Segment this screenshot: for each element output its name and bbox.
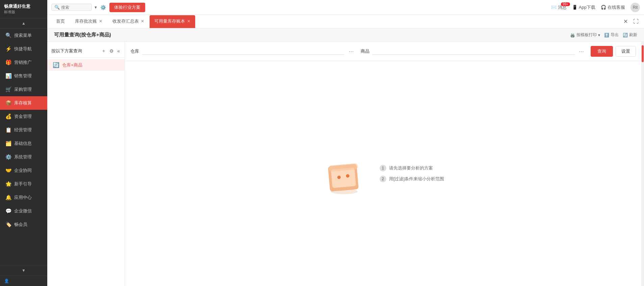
tab-available-ledger[interactable]: 可用量库存账本 ✕	[150, 15, 195, 28]
scheme-item-warehouse-product[interactable]: 🔄 仓库+商品	[47, 59, 125, 71]
operation-icon: 📋	[5, 127, 11, 133]
enterprise-icon: 🤝	[5, 167, 11, 174]
sidebar-scroll-down[interactable]: ▼	[20, 267, 27, 274]
tab-close-button[interactable]: ✕	[622, 17, 629, 26]
sidebar-item-basic[interactable]: 🗂️ 基础信息	[0, 137, 47, 150]
sidebar-item-sales[interactable]: 📊 销售管理	[0, 69, 47, 83]
system-icon: ⚙️	[5, 154, 11, 160]
dropdown-chevron-icon[interactable]: ▾	[95, 5, 97, 10]
user-avatar[interactable]: Rit	[630, 3, 640, 12]
page-header-actions: 🖨️ 按模板打印 ▾ ⬆️ 导出 🔄 刷新	[570, 32, 637, 38]
warehouse-filter-input[interactable]	[142, 48, 344, 55]
messages-badge: 99+	[561, 2, 570, 6]
sidebar-item-label: 搜索菜单	[14, 32, 32, 38]
purchase-icon: 🛒	[5, 86, 11, 93]
warehouse-more-icon[interactable]: ···	[347, 48, 355, 55]
tab-available-label: 可用量库存账本	[154, 18, 185, 24]
print-template-button[interactable]: 🖨️ 按模板打印 ▾	[570, 32, 600, 38]
gift-icon: 🎁	[5, 59, 11, 66]
sidebar-item-appcenter[interactable]: 🔔 应用中心	[0, 191, 47, 204]
logo-title: 畅康通好生意	[4, 3, 43, 9]
inventory-icon: 📦	[5, 100, 11, 106]
basic-icon: 🗂️	[5, 140, 11, 147]
tab-batch-close[interactable]: ✕	[99, 19, 102, 24]
right-scrollbar[interactable]	[641, 42, 644, 286]
empty-illustration	[322, 152, 366, 196]
tab-expand-button[interactable]: ⛶	[632, 17, 640, 26]
query-button[interactable]: 查询	[591, 46, 613, 57]
online-service-label: 在线客服	[608, 4, 625, 10]
page-content: 按以下方案查询 ＋ ⚙ « 🔄 仓库+商品 仓库	[47, 42, 644, 286]
industry-solution-button[interactable]: 体验行业方案	[109, 3, 145, 12]
sidebar-item-marketing[interactable]: 🎁 营销推广	[0, 56, 47, 69]
sidebar-item-search[interactable]: 🔍 搜索菜单	[0, 29, 47, 42]
print-label: 按模板打印	[576, 32, 597, 38]
sidebar-item-label: 资金管理	[14, 113, 32, 120]
tab-receipt-summary[interactable]: 收发存汇总表 ✕	[108, 15, 149, 28]
left-panel-actions: ＋ ⚙ «	[101, 47, 121, 55]
online-service-button[interactable]: 🎧 在线客服	[601, 4, 625, 10]
sidebar-scroll-up[interactable]: ▲	[20, 20, 27, 27]
warehouse-filter-field: 仓库 ···	[130, 48, 355, 55]
page-title: 可用量查询(按仓库+商品)	[54, 32, 111, 38]
app-download-label: App下载	[579, 4, 595, 10]
sidebar-item-label: 快捷导航	[14, 46, 32, 52]
sidebar-item-newbie[interactable]: 🌟 新手引导	[0, 177, 47, 191]
filter-actions: 查询 设置	[591, 46, 636, 57]
messages-button[interactable]: ✉️ 消息 99+	[551, 4, 567, 10]
sidebar-item-label: 畅会员	[14, 222, 27, 228]
tab-receipt-close[interactable]: ✕	[141, 19, 144, 24]
sidebar-item-inventory[interactable]: 📦 库存核算	[0, 96, 47, 110]
finance-icon: 💰	[5, 113, 11, 120]
print-icon: 🖨️	[570, 33, 575, 37]
sidebar-item-wechat[interactable]: 💬 企业微信	[0, 204, 47, 218]
tab-available-close[interactable]: ✕	[187, 19, 190, 24]
tab-batch-label: 库存批次账	[75, 18, 97, 24]
collapse-panel-button[interactable]: «	[117, 48, 121, 54]
sidebar-item-shortcut[interactable]: ⚡ 快捷导航	[0, 42, 47, 56]
sidebar-item-purchase[interactable]: 🛒 采购管理	[0, 83, 47, 96]
sidebar-scroll: 🔍 搜索菜单 ⚡ 快捷导航 🎁 营销推广 📊 销售管理 🛒 采购管理 📦	[0, 29, 47, 265]
export-icon: ⬆️	[604, 33, 609, 37]
page-header: 可用量查询(按仓库+商品) 🖨️ 按模板打印 ▾ ⬆️ 导出 🔄 刷新	[47, 28, 644, 42]
tab-home[interactable]: 首页	[51, 15, 70, 28]
tip-item-1: 1 请先选择要分析的方案	[380, 165, 444, 172]
refresh-button[interactable]: 🔄 刷新	[623, 32, 637, 38]
sidebar: 畅康通好生意 标准版 ▲ 🔍 搜索菜单 ⚡ 快捷导航 🎁 营销推广 📊 销售管理	[0, 0, 47, 286]
tab-home-label: 首页	[56, 18, 65, 24]
left-panel-header: 按以下方案查询 ＋ ⚙ «	[47, 46, 125, 58]
empty-tips: 1 请先选择要分析的方案 2 用[过滤]条件来缩小分析范围	[380, 165, 444, 182]
sidebar-item-system[interactable]: ⚙️ 系统管理	[0, 150, 47, 164]
product-filter-input[interactable]	[372, 48, 575, 55]
settings-button[interactable]: 设置	[616, 46, 636, 57]
sidebar-item-label: 企业协同	[14, 167, 32, 174]
warehouse-product-icon: 🔄	[53, 62, 59, 68]
sidebar-item-member[interactable]: 🏷️ 畅会员	[0, 218, 47, 231]
app-download-button[interactable]: 📱 App下载	[572, 4, 595, 10]
sidebar-item-label: 采购管理	[14, 86, 32, 93]
sidebar-item-label: 企业微信	[14, 208, 32, 214]
sidebar-item-label: 营销推广	[14, 59, 32, 66]
tip-text-2: 用[过滤]条件来缩小分析范围	[389, 176, 444, 182]
refresh-icon: 🔄	[623, 33, 628, 37]
sidebar-item-enterprise[interactable]: 🤝 企业协同	[0, 164, 47, 177]
tab-receipt-label: 收发存汇总表	[112, 18, 139, 24]
product-more-icon[interactable]: ···	[577, 48, 585, 55]
topbar-search-box[interactable]: 🔍	[51, 4, 92, 11]
sidebar-item-operation[interactable]: 📋 经营管理	[0, 123, 47, 137]
edit-scheme-button[interactable]: ⚙	[109, 48, 114, 54]
sidebar-item-finance[interactable]: 💰 资金管理	[0, 110, 47, 123]
add-scheme-button[interactable]: ＋	[101, 47, 107, 55]
search-input[interactable]	[61, 5, 88, 10]
user-avatar-small: 👤	[4, 279, 9, 283]
export-button[interactable]: ⬆️ 导出	[604, 32, 619, 38]
sidebar-item-label: 销售管理	[14, 73, 32, 79]
right-area: 仓库 ··· 商品 ··· 查询 设置	[125, 42, 641, 286]
product-filter-label: 商品	[361, 48, 369, 54]
tab-batch[interactable]: 库存批次账 ✕	[70, 15, 107, 28]
newbie-icon: 🌟	[5, 181, 11, 187]
settings-gear-button[interactable]: ⚙️	[100, 4, 107, 11]
sidebar-item-label: 经营管理	[14, 127, 32, 133]
print-dropdown-icon: ▾	[598, 33, 600, 37]
scroll-thumb	[642, 45, 644, 62]
